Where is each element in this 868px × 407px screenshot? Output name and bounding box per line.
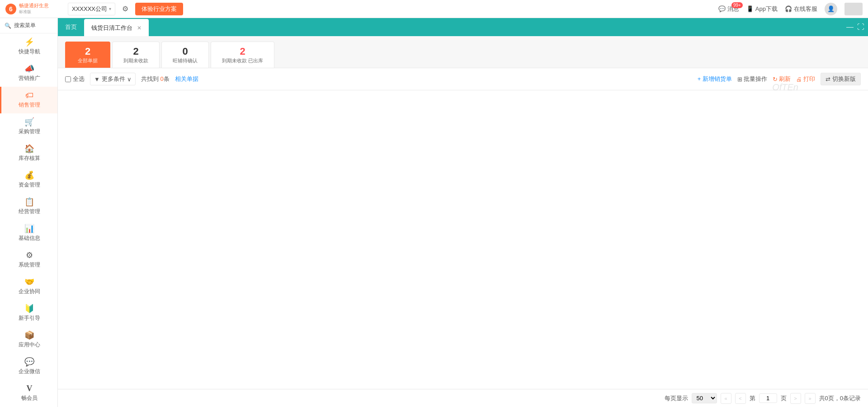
sidebar-item-wechat[interactable]: 💬 企业微信: [0, 353, 57, 380]
sidebar-item-operations[interactable]: 📋 经营管理: [0, 193, 57, 220]
batch-operation-button[interactable]: ⊞ 批量操作: [737, 75, 767, 83]
tab-minimize-icon[interactable]: —: [846, 23, 854, 31]
sidebar-label-guide: 新手引导: [19, 314, 40, 322]
message-button[interactable]: 💬 消息 99+: [718, 5, 739, 13]
message-badge: 99+: [731, 2, 743, 8]
sidebar-label-cooperation: 企业协同: [19, 288, 40, 295]
tab-close-icon[interactable]: ✕: [137, 25, 142, 31]
next-page-button[interactable]: >: [790, 393, 801, 404]
sidebar-item-sales[interactable]: 🏷 销售管理: [0, 87, 57, 113]
stat-tab-overdue-unpaid[interactable]: 2 到期未收款: [112, 42, 160, 68]
sidebar-label-inventory: 库存核算: [19, 154, 40, 162]
add-sales-order-button[interactable]: + 新增销货单: [698, 75, 732, 83]
tab-maximize-icon[interactable]: ⛶: [857, 23, 864, 31]
chevron-down-icon: ▾: [109, 6, 111, 11]
stat-tab-pending-confirm[interactable]: 0 旺辅待确认: [161, 42, 209, 68]
page-size-label: 每页显示: [665, 394, 688, 402]
top-header: 6 畅捷通好生意 标准版 XXXXXX公司 ▾ ⚙ 体验行业方案 💬 消息 99…: [0, 0, 868, 18]
toolbar-left: 全选 ▼ 更多条件 ∨ 共找到 0条 相关单据: [65, 73, 198, 85]
batch-label: 批量操作: [744, 75, 767, 83]
stats-tabs: 2 全部单据 2 到期未收款 0 旺辅待确认 2 到期未收款 已出库: [58, 36, 868, 68]
prev-page-button[interactable]: <: [735, 393, 746, 404]
app-center-icon: 📦: [24, 331, 34, 339]
sidebar-item-inventory[interactable]: 🏠 库存核算: [0, 140, 57, 167]
tab-home[interactable]: 首页: [58, 18, 84, 36]
tab-bar-actions: — ⛶: [846, 23, 868, 31]
sidebar-item-cooperation[interactable]: 🤝 企业协同: [0, 273, 57, 300]
sidebar-item-app-center[interactable]: 📦 应用中心: [0, 327, 57, 353]
page-di-label: 第: [750, 394, 755, 402]
select-all-checkbox-label[interactable]: 全选: [65, 75, 85, 83]
sidebar-item-guide[interactable]: 🔰 新手引导: [0, 300, 57, 327]
inventory-icon: 🏠: [24, 145, 34, 153]
stat-tab-overdue-not-shipped[interactable]: 2 到期未收款 已出库: [211, 42, 274, 68]
refresh-icon: ↻: [773, 76, 778, 83]
search-menu[interactable]: 🔍 搜索菜单: [0, 18, 57, 33]
print-icon: 🖨: [796, 76, 802, 83]
finance-icon: 💰: [24, 171, 34, 179]
switch-version-button[interactable]: ⇄ 切换新版: [821, 73, 861, 85]
page-size-select[interactable]: 50 10 20 100: [692, 393, 717, 403]
found-text: 共找到 0条: [141, 75, 170, 83]
logo-area: 6 畅捷通好生意 标准版: [5, 3, 63, 14]
sales-icon: 🏷: [25, 91, 33, 99]
app-name: 畅捷通好生意: [19, 3, 49, 9]
marketing-icon: 📣: [24, 65, 34, 73]
stat-count-pending-confirm: 0: [182, 46, 188, 57]
stat-count-overdue-unpaid: 2: [133, 46, 138, 57]
sidebar-label-sales: 销售管理: [19, 101, 40, 109]
stat-label-overdue-unpaid: 到期未收款: [123, 57, 148, 64]
trial-button[interactable]: 体验行业方案: [135, 3, 183, 15]
sidebar-label-operations: 经营管理: [19, 208, 40, 215]
operations-icon: 📋: [24, 198, 34, 206]
online-service-button[interactable]: 🎧 在线客服: [785, 5, 817, 13]
toolbar-right: + 新增销货单 ⊞ 批量操作 ↻ 刷新 🖨 打印 ⇄: [698, 73, 861, 85]
next-page-icon: >: [794, 396, 797, 401]
layout: 🔍 搜索菜单 ⚡ 快捷导航 📣 营销推广 🏷 销售管理 🛒 采购管理 🏠 库存核…: [0, 18, 868, 407]
refresh-label: 刷新: [779, 75, 791, 83]
user-icon: 👤: [827, 5, 835, 12]
first-page-icon: «: [724, 396, 727, 401]
sidebar-label-quick-nav: 快捷导航: [19, 48, 40, 56]
home-tab-label: 首页: [65, 23, 77, 31]
sidebar-label-system: 系统管理: [19, 261, 40, 269]
wechat-icon: 💬: [24, 358, 34, 366]
sidebar-item-member[interactable]: V 畅会员: [0, 380, 57, 407]
select-all-checkbox[interactable]: [65, 76, 71, 82]
print-button[interactable]: 🖨 打印: [796, 75, 815, 83]
print-label: 打印: [803, 75, 815, 83]
stat-label-pending-confirm: 旺辅待确认: [173, 57, 198, 64]
stat-tab-all[interactable]: 2 全部单据: [65, 42, 110, 68]
refresh-button[interactable]: ↻ 刷新: [773, 75, 791, 83]
company-selector[interactable]: XXXXXX公司 ▾: [68, 3, 115, 15]
quick-nav-icon: ⚡: [24, 38, 34, 46]
sidebar-item-system[interactable]: ⚙ 系统管理: [0, 247, 57, 273]
sidebar-label-app-center: 应用中心: [19, 341, 40, 349]
pagination-bar: 每页显示 50 10 20 100 « < 第 页 >: [58, 389, 868, 407]
sidebar-item-purchase[interactable]: 🛒 采购管理: [0, 113, 57, 140]
sidebar-item-finance[interactable]: 💰 资金管理: [0, 167, 57, 193]
tab-workbench[interactable]: 钱货日清工作台 ✕: [84, 19, 149, 37]
table-area: [58, 90, 868, 389]
user-name-area[interactable]: [844, 3, 863, 15]
sidebar-item-quick-nav[interactable]: ⚡ 快捷导航: [0, 33, 57, 60]
last-page-button[interactable]: »: [805, 393, 816, 404]
chevron-icon: ∨: [127, 76, 132, 83]
total-text: 共0页，0条记录: [819, 394, 861, 402]
filter-button[interactable]: ▼ 更多条件 ∨: [90, 73, 136, 85]
avatar[interactable]: 👤: [825, 3, 837, 15]
header-right: 💬 消息 99+ 📱 App下载 🎧 在线客服 👤: [718, 3, 863, 15]
page-number-input[interactable]: [759, 393, 777, 403]
sidebar: 🔍 搜索菜单 ⚡ 快捷导航 📣 营销推广 🏷 销售管理 🛒 采购管理 🏠 库存核…: [0, 18, 58, 407]
sidebar-item-marketing[interactable]: 📣 营销推广: [0, 60, 57, 87]
filter-icon: ▼: [94, 76, 100, 83]
switch-icon: ⇄: [826, 76, 830, 83]
settings-button[interactable]: ⚙: [119, 3, 132, 15]
search-menu-label: 搜索菜单: [14, 22, 36, 29]
logo-icon: 6: [5, 4, 16, 14]
download-icon: 📱: [746, 5, 754, 12]
related-link[interactable]: 相关单据: [175, 75, 198, 83]
sidebar-item-base-info[interactable]: 📊 基础信息: [0, 220, 57, 247]
app-download-button[interactable]: 📱 App下载: [746, 5, 778, 13]
first-page-button[interactable]: «: [721, 393, 731, 404]
